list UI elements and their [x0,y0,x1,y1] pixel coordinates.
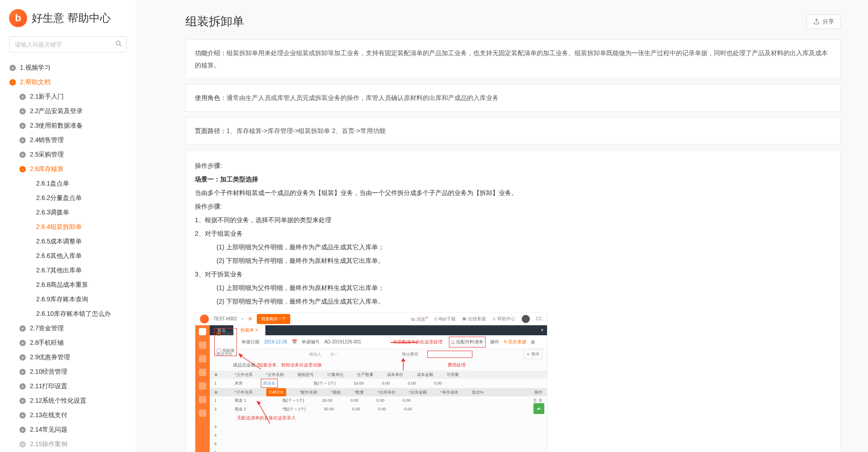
nav-2-11[interactable]: +2.11打印设置 [9,379,127,394]
nav-2-6-2[interactable]: 2.6.2分量盘点单 [9,191,127,205]
table-row: 5 [210,440,547,448]
chevron-down-icon: ▾ [241,314,244,324]
calendar-icon: 📅 [292,338,297,347]
nav-2-6-4[interactable]: 2.6.4组装拆卸单 [9,220,127,234]
ss-field: 预估费用 [402,350,418,358]
plus-icon: + [19,354,26,361]
ss-nav-icon [199,409,206,417]
plus-icon: + [19,398,26,404]
plus-icon: + [19,94,26,100]
th: *单件成本 [440,388,458,396]
nav-help-docs[interactable]: −2.帮助文档 [9,75,127,90]
table-row: 2黑盒 2*瓶(个 = 1个)30.000.000.000.00查 看 [210,405,547,414]
nav-2-2[interactable]: +2.2产品安装及登录 [9,104,127,119]
cell: 米库 [235,379,243,387]
cell: 瓶(个 = 1个) [283,396,304,404]
search-icon[interactable] [115,40,122,48]
ss-date: 2019-12-26 [264,338,287,347]
path-box: 页面路径：1、库存核算->库存管理->组装拆卸单 2、首页->常用功能 [185,117,841,145]
nav-2-10[interactable]: +2.10经营管理 [9,365,127,379]
th: *规格 [331,388,341,396]
grid-icon: ▦ [531,338,535,347]
search-input[interactable] [9,36,127,52]
nav-2-3[interactable]: +2.3使用前数据准备 [9,119,127,133]
embedded-screenshot: TEST-H002 ▾ ⚙ 我要购买一下 🛍 消息0 ⊙ App下载 ☎ 在线客… [195,312,547,452]
nav-2-6-7[interactable]: 2.6.7其他出库单 [9,263,127,278]
cell: 0.00 [378,405,386,413]
nav-2-7[interactable]: +2.7资金管理 [9,321,127,336]
ss-fee-box [427,351,472,358]
nav-2-6[interactable]: −2.6库存核算 [9,162,127,176]
intro-text: 组装拆卸单用来处理企业组装或拆卸等加工业务，支持有固定装配清单的产品加工业务，也… [195,49,828,69]
radio-icon [217,331,221,336]
search-box [9,36,127,52]
ss-radio-label: 组装单 [222,329,235,338]
ss-tab-active: 拆装单 × [233,325,265,335]
ss-type-box: 组装单 拆卸单 [214,328,237,356]
nav-video-learning[interactable]: +1.视频学习 [9,61,127,75]
logo-icon: b [9,9,27,27]
ss-toolbar: 组装单 拆卸单 单据日期 2019-12-26 📅 单据编号 AD-201912… [210,335,547,349]
operation-title-2: 操作步骤: [195,200,831,213]
ss-nav-icon [199,342,206,349]
ss-nav-icon [199,382,206,390]
nav-2-6-9[interactable]: 2.6.9库存账本查询 [9,292,127,307]
share-icon [813,19,820,25]
nav-2-13[interactable]: +2.13在线支付 [9,408,127,423]
ss-op: 操作 [490,338,499,347]
nav-2-6-5[interactable]: 2.6.5成本调整单 [9,234,127,249]
th: 成本单价 [387,371,403,379]
cell: 库当仓 [261,379,278,388]
cell: 10.00 [354,379,364,387]
share-button[interactable]: 分享 [807,14,841,29]
ss-annotation-2: 组装业务、拆卸业务在这里切换 [259,361,322,370]
nav-2-6-1[interactable]: 2.6.1盘点单 [9,176,127,191]
minus-icon: − [19,166,26,172]
step-2-2: (2) 下部明细为子件明细，最终作为原材料生成其它出库单。 [195,254,831,267]
ss-tabs: 首页 拆装单 × × [210,325,547,335]
nav-2-6-3[interactable]: 2.6.3调拨单 [9,205,127,220]
cell: 0.00 [402,396,410,404]
nav-label: 2.6.3调拨单 [36,209,69,217]
nav-2-9[interactable]: +2.9优惠券管理 [9,350,127,365]
nav-label: 1.视频学习 [20,64,51,72]
nav-2-14[interactable]: +2.14常见问题 [9,423,127,437]
ss-date-label: 单据日期 [241,338,259,347]
nav-2-6-6[interactable]: 2.6.6其他入库单 [9,249,127,263]
ss-annotation-4-row: 无配送清单的直接在这里录入 [210,414,547,423]
nav-label: 2.6库存核算 [30,165,64,173]
nav-label: 2.15操作案例 [30,440,67,448]
scene-desc: 当由多个子件材料组装成一个成品的业务为【组装】业务，当由一个父件拆分成多个子产品… [195,186,831,199]
role-box: 使用角色：通常由生产人员或库管人员完成拆装业务的操作，库管人员确认原材料的出库和… [185,84,841,112]
th: *出库金额 [409,388,427,396]
nav-label: 2.6.1盘点单 [36,180,69,188]
nav-2-15[interactable]: +2.15操作案例 [9,437,127,452]
nav-2-8[interactable]: +2.8手机旺铺 [9,336,127,350]
th: *父件仓库 [235,371,253,379]
nav-label: 2.6.4组装拆卸单 [36,223,82,231]
nav-2-12[interactable]: +2.12系统个性化设置 [9,394,127,408]
cell: 瓶(个 = 1个) [314,379,335,387]
ss-logo-icon [200,314,209,324]
nav-2-6-10[interactable]: 2.6.10库存账本错了怎么办 [9,307,127,321]
nav-2-5[interactable]: +2.5采购管理 [9,147,127,162]
cell: 0.00 [382,379,390,387]
th: *父件名称 [266,371,284,379]
nav-label: 2.帮助文档 [20,78,51,86]
ss-nav-icon [199,369,206,376]
ss-action-button: ⇄ [533,403,544,414]
operation-title: 操作步骤: [195,159,831,172]
th: *配件名称 [300,388,318,396]
ss-parent-row: 1 米库 库当仓 瓶(个 = 1个) 10.00 0.00 0.00 0.00 [210,379,547,388]
ss-field: 经办人 [309,350,321,358]
plus-icon: + [19,123,26,129]
nav-2-1[interactable]: +2.1新手入门 [9,90,127,104]
nav-2-4[interactable]: +2.4销售管理 [9,133,127,147]
nav-2-6-8[interactable]: 2.6.8商品成本重算 [9,278,127,292]
svg-line-1 [119,44,121,46]
close-icon: × [537,325,547,335]
ss-nav-icon [199,328,206,335]
nav-label: 2.13在线支付 [30,411,67,419]
cell: 0.00 [352,405,360,413]
logo: b 好生意 帮助中心 [9,9,127,27]
